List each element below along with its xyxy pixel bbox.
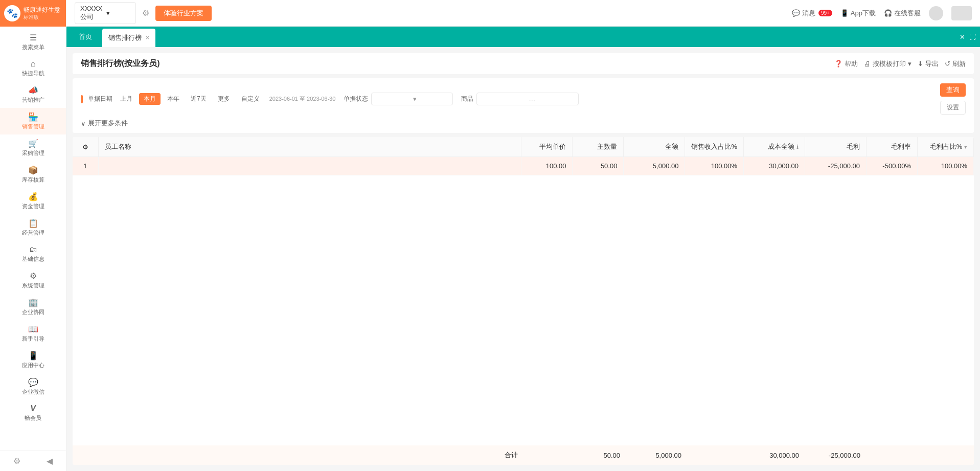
sidebar-item-operations-label: 经营管理: [22, 229, 44, 237]
total-row: 合计 50.00 5,000.00 30,000.00 -25,000.00: [73, 445, 974, 465]
status-select[interactable]: ▾: [371, 93, 453, 105]
topbar: XXXXX公司 ▾ ⚙ 体验行业方案 💬 消息 99+ 📱 App下载 🎧 在线…: [66, 0, 980, 27]
print-chevron-icon: ▾: [908, 60, 911, 68]
logo-icon: 🐾: [4, 5, 20, 21]
settings-icon[interactable]: ⚙: [142, 8, 149, 18]
total-rate-empty: [867, 445, 918, 465]
sidebar-item-guide[interactable]: 📖 新手引导: [0, 320, 66, 347]
col-header-profit-pct: 毛利占比% ▾: [918, 137, 974, 157]
help-button[interactable]: ❓ 帮助: [834, 59, 858, 69]
date-btn-this-year[interactable]: 本年: [163, 93, 184, 105]
footer-settings-button[interactable]: ⚙: [13, 456, 20, 466]
sidebar-item-purchase-label: 采购管理: [22, 149, 44, 157]
sidebar-item-sales[interactable]: 🏪 销售管理: [0, 108, 66, 134]
date-filter-label: 单据日期: [88, 95, 112, 103]
sidebar-item-shortcut[interactable]: ⌂ 快捷导航: [0, 55, 66, 81]
online-service-action[interactable]: 🎧 在线客服: [884, 9, 921, 18]
col-header-settings[interactable]: ⚙: [73, 137, 98, 157]
cell-avg-price: 100.00: [521, 157, 573, 175]
cell-name: [98, 157, 521, 175]
sidebar-item-search[interactable]: ☰ 搜索菜单: [0, 29, 66, 55]
cell-sales-pct: 100.00%: [685, 157, 744, 175]
sales-icon: 🏪: [28, 112, 38, 122]
sidebar-item-finance[interactable]: 💰 资金管理: [0, 188, 66, 214]
finance-icon: 💰: [28, 192, 38, 201]
sidebar-item-system[interactable]: ⚙ 系统管理: [0, 267, 66, 294]
content-area: 销售排行榜(按业务员) ❓ 帮助 🖨 按模板打印 ▾ ⬇ 导出 ↺ 刷新: [66, 47, 980, 471]
expand-more-button[interactable]: ∨ 展开更多条件: [81, 119, 966, 128]
cell-profit-rate: -500.00%: [867, 157, 918, 175]
sidebar-item-operations[interactable]: 📋 经营管理: [0, 214, 66, 241]
purchase-icon: 🛒: [28, 139, 38, 148]
goods-filter-label: 商品: [461, 95, 473, 103]
print-icon: 🖨: [864, 60, 871, 68]
logo-area: 🐾 畅康通好生意 标准版: [0, 0, 66, 27]
filter-row-1: 单据日期 上月 本月 本年 近7天 更多 自定义 2023-06-01 至 20…: [81, 83, 966, 115]
settings-config-button[interactable]: 设置: [940, 101, 966, 115]
cell-profit-pct: 100.00%: [918, 157, 974, 175]
tab-sales-rank[interactable]: 销售排行榜 ×: [102, 29, 155, 47]
basics-icon: 🗂: [29, 245, 37, 254]
tab-close-button[interactable]: ×: [146, 34, 149, 41]
chevron-down-icon: ∨: [81, 120, 86, 127]
chevron-down-icon: ▾: [106, 9, 130, 17]
user-avatar[interactable]: [929, 6, 943, 20]
cell-total: 5,000.00: [624, 157, 685, 175]
status-filter-label: 单据状态: [344, 95, 368, 103]
wechat-icon: 💬: [28, 377, 38, 387]
total-profit: -25,000.00: [805, 445, 867, 465]
total-total: 5,000.00: [626, 445, 688, 465]
sidebar-item-wechat[interactable]: 💬 企业微信: [0, 373, 66, 400]
sidebar-item-enterprise[interactable]: 🏢 企业协同: [0, 294, 66, 320]
refresh-button[interactable]: ↺ 刷新: [945, 59, 966, 69]
topbar-right: 💬 消息 99+ 📱 App下载 🎧 在线客服: [792, 6, 972, 20]
tabbar: 首页 销售排行榜 × ✕ ⛶: [66, 27, 980, 47]
col-header-avg-price: 平均单价: [521, 137, 573, 157]
apps-icon: 📱: [28, 351, 38, 361]
message-action[interactable]: 💬 消息 99+: [792, 9, 832, 18]
sidebar-item-basics[interactable]: 🗂 基础信息: [0, 241, 66, 267]
query-button[interactable]: 查询: [940, 83, 966, 97]
goods-select[interactable]: …: [476, 93, 579, 105]
sidebar-item-inventory[interactable]: 📦 库存核算: [0, 161, 66, 188]
print-button[interactable]: 🖨 按模板打印 ▾: [864, 59, 911, 69]
tab-close-all-icon[interactable]: ✕: [960, 33, 965, 41]
sidebar-footer: ⚙ ◀: [0, 451, 66, 471]
cell-main-qty: 50.00: [573, 157, 624, 175]
date-btn-this-month[interactable]: 本月: [139, 93, 161, 105]
col-header-sales-pct: 销售收入占比%: [685, 137, 744, 157]
total-avg-empty: [524, 445, 575, 465]
sidebar-item-enterprise-label: 企业协同: [22, 308, 44, 316]
sidebar-item-apps[interactable]: 📱 应用中心: [0, 347, 66, 373]
export-icon: ⬇: [918, 60, 923, 68]
sidebar-item-member[interactable]: V 畅会员: [0, 400, 66, 426]
trial-button[interactable]: 体验行业方案: [155, 6, 212, 21]
cell-profit: -25,000.00: [805, 157, 867, 175]
date-btn-more[interactable]: 更多: [213, 93, 235, 105]
export-button[interactable]: ⬇ 导出: [918, 59, 939, 69]
date-options: 上月 本月 本年 近7天 更多 自定义: [116, 93, 264, 105]
sidebar-item-marketing[interactable]: 📣 营销推广: [0, 81, 66, 108]
sidebar-item-sales-label: 销售管理: [22, 123, 44, 130]
date-btn-custom[interactable]: 自定义: [237, 93, 264, 105]
date-range-text: 2023-06-01 至 2023-06-30: [269, 95, 336, 103]
logo-text-block: 畅康通好生意 标准版: [24, 6, 60, 21]
app-name: 畅康通好生意: [24, 6, 60, 14]
refresh-icon: ↺: [945, 60, 950, 68]
system-icon: ⚙: [30, 271, 37, 281]
filter-expand-area: ∨ 展开更多条件: [81, 119, 966, 128]
date-btn-7days[interactable]: 近7天: [186, 93, 211, 105]
company-selector[interactable]: XXXXX公司 ▾: [75, 2, 136, 24]
app-download-action[interactable]: 📱 App下载: [840, 9, 876, 18]
tab-home[interactable]: 首页: [71, 27, 100, 47]
total-main-qty: 50.00: [575, 445, 626, 465]
filter-area: 单据日期 上月 本月 本年 近7天 更多 自定义 2023-06-01 至 20…: [73, 78, 974, 133]
date-btn-last-month[interactable]: 上月: [116, 93, 137, 105]
mobile-icon: 📱: [840, 9, 849, 17]
footer-collapse-button[interactable]: ◀: [47, 456, 53, 466]
tab-home-label: 首页: [79, 32, 92, 41]
date-filter: 单据日期 上月 本月 本年 近7天 更多 自定义 2023-06-01 至 20…: [81, 93, 335, 105]
tab-expand-icon[interactable]: ⛶: [969, 33, 976, 41]
data-table-container: ⚙ 员工名称 平均单价 主数量 全额 销售收入占比% 成本全额 ℹ 毛利 毛利率…: [73, 137, 974, 465]
sidebar-item-purchase[interactable]: 🛒 采购管理: [0, 134, 66, 161]
